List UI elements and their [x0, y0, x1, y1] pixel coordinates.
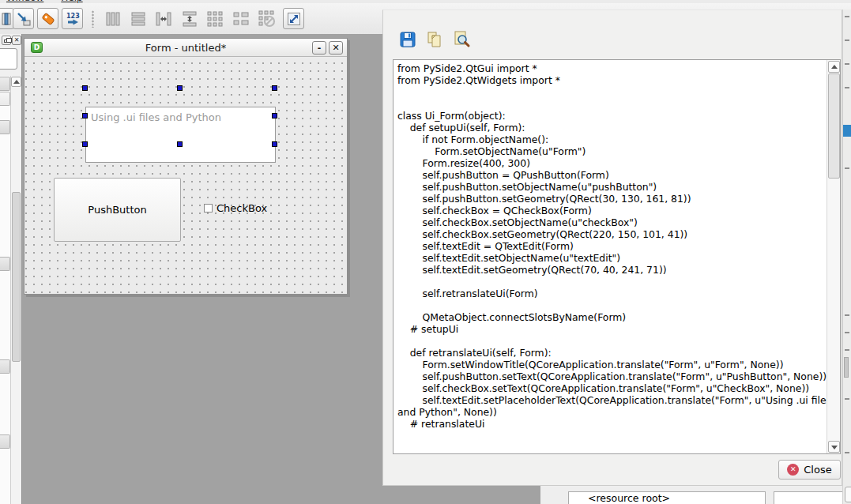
- selection-handle-top-left[interactable]: [82, 85, 88, 91]
- toolbar-button-layout-horizontal[interactable]: [102, 8, 123, 29]
- form-window-title: Form - untitled*: [24, 42, 347, 54]
- panel-close-button[interactable]: ✕: [12, 36, 21, 45]
- menu-window[interactable]: Window: [6, 0, 43, 3]
- minimize-button[interactable]: -: [312, 41, 326, 55]
- toolbar-button-adjust-size[interactable]: [283, 8, 304, 29]
- widget-category-item[interactable]: [0, 120, 10, 134]
- close-dialog-button[interactable]: ✕ Close: [778, 460, 841, 480]
- toolbar-button-split-vertical[interactable]: [179, 8, 200, 29]
- scroll-up-icon[interactable]: [11, 77, 21, 87]
- widget-category-item[interactable]: [0, 92, 10, 106]
- resource-root-item[interactable]: <resource root>: [588, 492, 670, 504]
- toolbar-button-edit-buddies[interactable]: [37, 8, 58, 29]
- toolbar-button-layout-form[interactable]: [230, 8, 251, 29]
- layout-grid-icon: [207, 11, 223, 27]
- menu-help[interactable]: Help: [61, 0, 82, 3]
- selection-handle-bottom-left[interactable]: [82, 141, 88, 147]
- widget-category-item[interactable]: [0, 434, 10, 449]
- toolbar-button-layout-vertical[interactable]: [127, 8, 149, 29]
- float-panel-icon: [4, 39, 8, 43]
- code-scrollbar[interactable]: [827, 60, 840, 453]
- checkbox-widget[interactable]: CheckBox: [204, 202, 267, 214]
- resource-detail-panel[interactable]: [774, 491, 843, 504]
- textedit-widget[interactable]: Using .ui files and Python: [85, 107, 276, 163]
- widget-box-panel: ✕: [0, 34, 22, 504]
- close-window-button[interactable]: ✕: [329, 41, 343, 55]
- resource-tree-panel[interactable]: <resource root>: [568, 491, 766, 504]
- selection-handle-top-middle[interactable]: [177, 85, 183, 91]
- selected-row-sliver: [843, 125, 851, 137]
- widget-category-item[interactable]: [0, 77, 10, 91]
- selection-handle-middle-left[interactable]: [82, 113, 88, 118]
- close-circle-icon: ✕: [787, 464, 799, 476]
- button-sliver[interactable]: [845, 487, 851, 502]
- widget-category-item[interactable]: [0, 359, 10, 374]
- form-designer-window: D Form - untitled* - ✕ Using .ui files a…: [24, 38, 348, 295]
- edit-signals-slots-icon: [16, 11, 32, 27]
- scrollbar-thumb[interactable]: [828, 73, 840, 179]
- generated-code-textarea[interactable]: from PySide2.QtGui import * from PySide2…: [393, 59, 841, 454]
- toolbar-button-layout-grid[interactable]: [204, 8, 225, 29]
- layout-horizontal-icon: [105, 11, 121, 27]
- find-icon: [452, 30, 471, 49]
- selection-handle-bottom-right[interactable]: [272, 141, 277, 147]
- scroll-up-icon[interactable]: [828, 61, 840, 73]
- widget-box-list: [0, 76, 10, 504]
- scrollbar-thumb[interactable]: [844, 357, 849, 378]
- save-button[interactable]: [397, 29, 418, 50]
- mdi-area: [382, 486, 540, 504]
- toolbar-button-split-horizontal[interactable]: [153, 8, 174, 29]
- split-vertical-icon: [182, 11, 198, 27]
- selection-handle-middle-right[interactable]: [272, 113, 277, 118]
- resource-browser-dock: <resource root>: [540, 486, 842, 504]
- widget-category-item[interactable]: [0, 257, 10, 271]
- generated-python-code: from PySide2.QtGui import * from PySide2…: [393, 60, 840, 430]
- layout-form-icon: [233, 11, 249, 27]
- selection-handle-top-right[interactable]: [272, 85, 277, 91]
- scroll-down-icon[interactable]: [828, 441, 840, 453]
- panel-float-button[interactable]: [2, 36, 11, 45]
- split-horizontal-icon: [156, 11, 171, 27]
- widget-filter-input[interactable]: [0, 48, 17, 70]
- selection-handle-bottom-middle[interactable]: [177, 141, 183, 147]
- right-edge-panel: [842, 9, 851, 504]
- adjust-size-icon: [286, 11, 302, 27]
- break-layout-icon: [258, 10, 276, 28]
- checkbox-label: CheckBox: [217, 202, 267, 214]
- pushbutton-widget[interactable]: PushButton: [54, 178, 181, 242]
- toolbar-button-break-layout[interactable]: [256, 8, 277, 29]
- qt-designer-application: WindowHelp: [0, 0, 851, 504]
- save-icon: [399, 31, 416, 48]
- scrollbar-thumb[interactable]: [12, 192, 21, 362]
- copy-icon: [426, 31, 443, 48]
- checkbox-indicator[interactable]: [204, 204, 213, 213]
- form-window-titlebar[interactable]: D Form - untitled* - ✕: [24, 39, 347, 57]
- toolbar-button-edit-tab-order[interactable]: 123: [62, 8, 83, 29]
- menu-bar: WindowHelp: [0, 0, 851, 3]
- find-button[interactable]: [451, 29, 472, 50]
- copy-button[interactable]: [424, 29, 445, 50]
- toolbar-button-edit-signals-slots[interactable]: [13, 8, 34, 29]
- designer-form-icon: D: [31, 42, 43, 53]
- edit-buddies-icon: [40, 11, 56, 27]
- edit-widgets-icon: [0, 11, 12, 27]
- layout-vertical-icon: [130, 11, 146, 27]
- widget-box-scrollbar[interactable]: [10, 76, 21, 504]
- form-canvas[interactable]: Using .ui files and Python PushButton Ch…: [25, 57, 346, 293]
- code-preview-dialog: from PySide2.QtGui import * from PySide2…: [382, 9, 842, 486]
- toolbar-separator: [92, 10, 94, 28]
- svg-text:123: 123: [66, 13, 80, 20]
- edit-tab-order-icon: 123: [65, 11, 81, 27]
- close-button-label: Close: [804, 464, 831, 476]
